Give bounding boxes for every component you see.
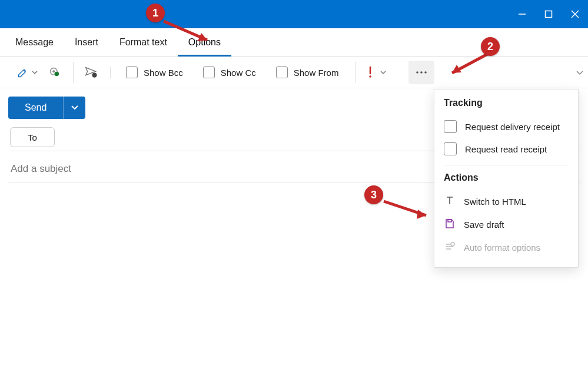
tab-insert[interactable]: Insert — [64, 28, 109, 57]
delivery-receipt-label: Request delivery receipt — [465, 122, 560, 132]
svg-rect-12 — [448, 220, 451, 222]
read-receipt-label: Request read receipt — [465, 144, 547, 154]
send-button[interactable]: Send — [8, 97, 63, 119]
svg-point-9 — [417, 71, 419, 74]
maximize-button[interactable] — [535, 0, 562, 28]
ribbon: Show Bcc Show Cc Show From — [0, 57, 588, 88]
svg-point-5 — [52, 70, 55, 72]
minimize-button[interactable] — [509, 0, 535, 28]
checkbox-icon — [203, 67, 215, 78]
show-from-label: Show From — [294, 68, 339, 78]
tracking-heading: Tracking — [444, 98, 569, 108]
show-bcc-toggle[interactable]: Show Bcc — [118, 67, 191, 78]
svg-point-6 — [55, 72, 59, 77]
more-options-panel: Tracking Request delivery receipt Reques… — [434, 89, 579, 268]
checkbox-icon — [126, 67, 138, 78]
callout-2-arrow — [441, 52, 494, 81]
send-split-button: Send — [8, 97, 85, 119]
switch-html-label: Switch to HTML — [464, 197, 526, 207]
svg-point-8 — [370, 75, 372, 78]
checkbox-icon — [444, 120, 457, 133]
close-button[interactable] — [562, 0, 588, 28]
signature-button[interactable] — [13, 62, 41, 83]
switch-to-html-button[interactable]: Switch to HTML — [444, 190, 569, 213]
svg-point-13 — [451, 243, 454, 246]
show-from-toggle[interactable]: Show From — [268, 67, 347, 78]
sensitivity-button[interactable] — [45, 62, 65, 83]
callout-1-badge: 1 — [146, 4, 165, 22]
show-cc-toggle[interactable]: Show Cc — [195, 67, 264, 78]
title-bar — [0, 0, 588, 28]
checkbox-icon — [276, 67, 288, 78]
show-cc-label: Show Cc — [221, 68, 256, 78]
save-draft-label: Save draft — [464, 220, 504, 230]
auto-format-label: Auto format options — [464, 243, 540, 253]
svg-point-7 — [92, 72, 97, 77]
importance-button[interactable] — [363, 62, 391, 83]
auto-format-button: Auto format options — [444, 236, 569, 259]
divider — [444, 165, 569, 165]
svg-point-11 — [425, 71, 427, 74]
callout-1-arrow — [159, 16, 224, 52]
save-draft-button[interactable]: Save draft — [444, 213, 569, 236]
svg-rect-1 — [545, 11, 552, 18]
delay-delivery-button[interactable] — [81, 62, 102, 83]
more-options-button[interactable] — [408, 61, 434, 84]
callout-3-badge: 3 — [364, 185, 383, 204]
text-icon — [444, 195, 456, 208]
ribbon-collapse-caret[interactable] — [576, 68, 587, 78]
save-icon — [444, 218, 456, 231]
callout-2-badge: 2 — [481, 37, 500, 56]
format-icon — [444, 241, 456, 254]
tab-message[interactable]: Message — [5, 28, 64, 57]
request-read-receipt-toggle[interactable]: Request read receipt — [444, 138, 569, 160]
send-dropdown-button[interactable] — [63, 97, 85, 119]
request-delivery-receipt-toggle[interactable]: Request delivery receipt — [444, 115, 569, 138]
show-bcc-label: Show Bcc — [144, 68, 183, 78]
to-picker-button[interactable]: To — [10, 127, 55, 147]
callout-3-arrow — [380, 198, 439, 227]
actions-heading: Actions — [444, 172, 569, 183]
tab-strip: Message Insert Format text Options — [0, 28, 588, 57]
checkbox-icon — [444, 142, 457, 155]
svg-point-10 — [421, 71, 423, 74]
